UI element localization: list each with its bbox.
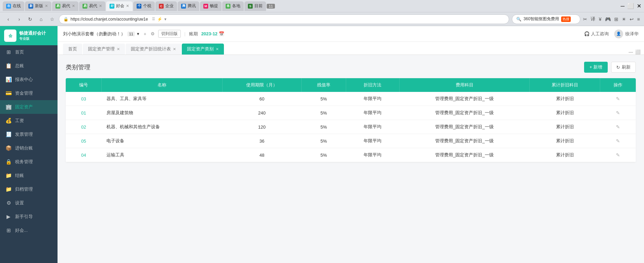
sidebar-item-ledger[interactable]: 📋 总账: [0, 59, 58, 73]
page-tab-category-close[interactable]: ✕: [216, 47, 219, 51]
add-button[interactable]: + 新增: [584, 62, 608, 73]
refresh-button[interactable]: ↻ 刷新: [611, 62, 636, 73]
browser-tab-changti[interactable]: M 畅提: [200, 1, 222, 11]
cell-method-3: 年限平均: [346, 134, 399, 148]
browser-tab-geshui[interactable]: 个 个税: [133, 1, 155, 11]
edit-icon-1[interactable]: ✎: [616, 110, 620, 116]
page-tab-fixed-assets-mgmt[interactable]: 固定资产管理 ✕: [83, 44, 125, 55]
tab-label-muqian: 目前: [254, 3, 263, 9]
sidebar-item-settings[interactable]: ⚙ 设置: [0, 196, 58, 210]
reload-button[interactable]: ↻: [26, 15, 34, 23]
topbar-settings-icon[interactable]: ⚙: [151, 31, 155, 36]
topbar-add-icon[interactable]: ＋: [143, 31, 147, 37]
tab-close-yidai2[interactable]: ✕: [99, 4, 102, 8]
table-row: 02 机器、机械和其他生产设备 120 5% 年限平均 管理费用_固定资产折旧_…: [66, 120, 636, 134]
tab-close-yidai1[interactable]: ✕: [72, 4, 75, 8]
sidebar-header: 会 畅捷通好会计 专业版: [0, 26, 58, 45]
cell-months-4: 48: [223, 148, 301, 162]
user-avatar: 👤: [614, 29, 623, 38]
period-calendar-icon[interactable]: 📅: [219, 31, 224, 36]
edit-icon-2[interactable]: ✎: [616, 124, 620, 130]
coin-icon[interactable]: ¥: [599, 16, 602, 22]
page-tab-depreciation-table[interactable]: 固定资产折旧统计表 ✕: [126, 44, 181, 55]
topbar-right: 🎧 人工咨询 👤 徐泽华: [584, 29, 639, 38]
browser-tab-haohui[interactable]: 好 好会 ✕: [106, 1, 132, 11]
tab-close-new[interactable]: ✕: [45, 4, 48, 8]
edit-icon-4[interactable]: ✎: [616, 152, 620, 158]
user-area[interactable]: 👤 徐泽华: [614, 29, 639, 38]
home-button[interactable]: ⌂: [37, 15, 45, 23]
company-select[interactable]: 刘小艳演示套餐（勿删勿动！） 11 ▾: [63, 31, 139, 37]
grid-icon[interactable]: ⊞: [614, 16, 618, 22]
sidebar-item-archive[interactable]: 📁 归档管理: [0, 182, 58, 196]
menu-icon[interactable]: ≡: [637, 16, 640, 22]
search-bar[interactable]: 🔍 360智能抠图免费用 热搜: [512, 14, 580, 24]
browser-tab-new[interactable]: 新 新版 ✕: [25, 1, 51, 11]
browser-tab-qiye[interactable]: C 企业: [155, 1, 177, 11]
tab-label-online: 在线: [13, 3, 21, 9]
scissors-icon[interactable]: ✂: [583, 16, 587, 22]
game-icon[interactable]: 🎮: [605, 16, 611, 22]
browser-tab-yidai1[interactable]: 易 易代 ✕: [52, 1, 78, 11]
switch-version-button[interactable]: 切到旧版: [158, 30, 181, 38]
cell-action-0[interactable]: ✎: [600, 92, 636, 106]
cell-accumulated-1: 累计折旧: [530, 106, 600, 120]
page-tab-depreciation-table-close[interactable]: ✕: [173, 47, 176, 51]
sidebar-item-settlement[interactable]: 📁 结账: [0, 169, 58, 182]
window-minimize[interactable]: ─: [621, 3, 624, 9]
customer-service[interactable]: 🎧 人工咨询: [584, 31, 609, 37]
cell-action-4[interactable]: ✎: [600, 148, 636, 162]
window-close[interactable]: ✕: [637, 3, 641, 9]
table-row: 03 器具、工具、家具等 60 5% 年限平均 管理费用_固定资产折旧_一级 累…: [66, 92, 636, 106]
search-text: 360智能抠图免费用: [523, 16, 559, 22]
cell-action-1[interactable]: ✎: [600, 106, 636, 120]
tab-label-geshui: 个税: [143, 3, 151, 9]
undo-icon[interactable]: ↩: [630, 16, 634, 22]
url-bar[interactable]: 🔒 https://cloud.chanjet.com/accounting/u…: [59, 14, 509, 24]
sidebar-item-tax[interactable]: 🔒 税务管理: [0, 155, 58, 169]
edit-icon-0[interactable]: ✎: [616, 96, 620, 101]
sun-icon[interactable]: ☀: [622, 16, 626, 22]
sidebar-item-settlement-label: 结账: [15, 172, 24, 179]
sidebar-item-guide[interactable]: ▶ 新手引导: [0, 210, 58, 224]
cell-action-2[interactable]: ✎: [600, 120, 636, 134]
forward-button[interactable]: ›: [15, 15, 23, 23]
browser-tab-muqian[interactable]: S 目前: [244, 1, 266, 11]
browser-tab-gedi[interactable]: 各 各地: [222, 1, 244, 11]
browser-tab-yidai2[interactable]: 易 易代 ✕: [79, 1, 105, 11]
sidebar-item-inventory[interactable]: 📦 进销台账: [0, 141, 58, 155]
sidebar-item-payroll[interactable]: 💰 工资: [0, 114, 58, 128]
tab-close-haohui[interactable]: ✕: [126, 4, 129, 8]
username: 徐泽华: [625, 31, 639, 37]
bookmark-button[interactable]: ☆: [48, 15, 56, 23]
browser-tab-tengxun[interactable]: 腾 腾讯: [178, 1, 199, 11]
refresh-icon: ↻: [616, 65, 620, 70]
back-button[interactable]: ‹: [4, 15, 12, 23]
browser-tab-online[interactable]: 在 在线: [3, 1, 24, 11]
cell-code-0: 03: [66, 92, 102, 106]
sidebar-item-reports-label: 报表中心: [15, 76, 33, 83]
tab-count-badge[interactable]: 11: [267, 4, 275, 9]
cell-months-0: 60: [223, 92, 301, 106]
sidebar-item-reports[interactable]: 📊 报表中心: [0, 73, 58, 86]
sidebar-item-invoice[interactable]: 🧾 发票管理: [0, 128, 58, 141]
page-tab-fixed-assets-mgmt-close[interactable]: ✕: [117, 47, 120, 51]
page-expand-icon[interactable]: ⬜: [635, 49, 641, 55]
sidebar-item-ledger-label: 总账: [15, 63, 24, 69]
tab-favicon-geshui: 个: [137, 4, 141, 9]
page-minimize-icon[interactable]: —: [629, 49, 633, 55]
window-maximize[interactable]: ⬜: [627, 3, 634, 9]
sidebar-item-payroll-label: 工资: [15, 118, 24, 124]
page-tab-category[interactable]: 固定资产类别 ✕: [182, 44, 224, 55]
sidebar-item-more[interactable]: ⊞ 好会...: [0, 224, 58, 237]
sidebar-item-funds[interactable]: 💳 资金管理: [0, 86, 58, 100]
search-icon: 🔍: [516, 17, 521, 22]
edit-icon-3[interactable]: ✎: [616, 138, 620, 144]
cell-action-3[interactable]: ✎: [600, 134, 636, 148]
col-residual: 残值率: [301, 78, 346, 92]
page-tab-home[interactable]: 首页: [63, 44, 82, 55]
sidebar-item-fixed-assets[interactable]: 🏢 固定资产: [0, 100, 58, 114]
translate-icon[interactable]: 译: [591, 16, 595, 22]
cell-accumulated-4: 累计折旧: [530, 148, 600, 162]
sidebar-item-home[interactable]: ⊞ 首页: [0, 45, 58, 59]
